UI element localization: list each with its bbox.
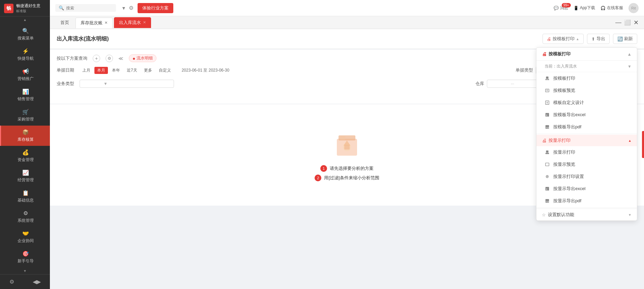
sidebar-logo-text: 畅捷通好生意 标准版 [16, 3, 40, 14]
app-download-button[interactable]: 📱 App下载 [574, 5, 595, 11]
headphone-icon: 🎧 [601, 6, 606, 10]
dropdown-item-label: 按显示预览 [553, 161, 575, 167]
dropdown-item-display-export-excel[interactable]: E 按显示导出excel [536, 183, 637, 195]
tab-minimize-button[interactable]: — [615, 19, 621, 26]
biz-type-dropdown-icon: ▼ [104, 81, 108, 86]
date-btn-this-year[interactable]: 本年 [109, 67, 123, 74]
sidebar-item-marketing[interactable]: 📢 营销推广 [0, 65, 50, 85]
empty-step-1: 1 请先选择要分析的方案 [320, 165, 374, 172]
content-area: 出入库流水(流水明细) 🖨 按模板打印 ▲ ⬆ 导出 🔄 刷新 [50, 29, 644, 289]
message-icon: 💬 [554, 6, 559, 10]
dropdown-item-template-export-pdf[interactable]: PDF 按模板导出pdf [536, 121, 637, 133]
tab-close-all-button[interactable]: ✕ [634, 19, 639, 26]
dropdown-footer[interactable]: ☆ 设置默认功能 ▼ [536, 209, 637, 220]
sidebar-item-label: 基础信息 [18, 198, 34, 203]
dropdown-item-template-customize[interactable]: 模板自定义设计 [536, 97, 637, 109]
topbar-right: 💬 消息 99+ 📱 App下载 🎧 在线客服 Rit [554, 3, 639, 13]
sidebar-item-inventory[interactable]: 📦 库存核算 [0, 126, 50, 146]
refresh-button[interactable]: 🔄 刷新 [613, 34, 637, 44]
sidebar-item-purchase[interactable]: 🛒 采购管理 [0, 105, 50, 126]
avatar[interactable]: Rit [628, 3, 639, 13]
dropdown-item-template-export-excel[interactable]: E 按模板导出excel [536, 109, 637, 121]
empty-step-2: 2 用[过滤]条件来缩小分析范围 [315, 175, 379, 181]
gear-icon[interactable]: ⚙ [129, 5, 134, 11]
biz-type-select[interactable]: ▼ [80, 80, 174, 88]
page-header: 出入库流水(流水明细) 🖨 按模板打印 ▲ ⬆ 导出 🔄 刷新 [50, 29, 644, 49]
dropdown-sub-section-text: 按显示打印 [549, 137, 570, 143]
tab-close-icon[interactable]: ✕ [143, 20, 146, 25]
print-button[interactable]: 🖨 按模板打印 ▲ [543, 34, 584, 44]
sidebar-item-sales[interactable]: 📊 销售管理 [0, 85, 50, 105]
sidebar-item-system[interactable]: ⚙ 系统管理 [0, 207, 50, 227]
settings-icon[interactable]: ⚙ [9, 279, 14, 285]
print-icon-item [545, 76, 550, 81]
dropdown-sub-header[interactable]: 🖨 按显示打印 ▲ [536, 135, 637, 146]
svg-rect-1 [546, 77, 549, 79]
sidebar-item-finance[interactable]: 💰 资金管理 [0, 146, 50, 166]
filter-add-button[interactable]: + [93, 55, 100, 62]
sidebar-item-guide[interactable]: 🎯 新手引导 [0, 247, 50, 267]
dropdown-item-display-export-pdf[interactable]: PDF 按显示导出pdf [536, 195, 637, 207]
chevron-down-icon[interactable]: ▼ [627, 64, 632, 69]
sidebar-item-base-info[interactable]: 📋 基础信息 [0, 186, 50, 207]
topbar-search-box[interactable]: 🔍 [55, 4, 116, 12]
sidebar-scroll-up[interactable]: ▲ [0, 17, 50, 23]
message-button[interactable]: 💬 消息 99+ [554, 5, 568, 11]
excel-display-icon: E [545, 186, 550, 191]
search-icon: 🔍 [22, 28, 29, 34]
dropdown-item-display-preview[interactable]: 按显示预览 [536, 158, 637, 170]
step-2-text: 用[过滤]条件来缩小分析范围 [324, 175, 379, 181]
step-2-number: 2 [315, 175, 321, 181]
tabbar-right: — ⬜ ✕ [615, 19, 639, 26]
export-button[interactable]: ⬆ 导出 [587, 34, 610, 44]
print-icon-sm: 🖨 [542, 51, 547, 57]
filter-flow-detail-tag[interactable]: ● 流水明细 [129, 54, 156, 62]
customer-service-button[interactable]: 🎧 在线客服 [601, 5, 623, 11]
svg-rect-2 [546, 80, 549, 80]
tab-batch-account[interactable]: 库存批次账 ✕ [76, 18, 113, 28]
industry-solution-button[interactable]: 体验行业方案 [138, 3, 173, 13]
sidebar-scroll-down[interactable]: ▼ [0, 268, 50, 274]
svg-text:PDF: PDF [546, 126, 550, 129]
dropdown-item-label: 按显示打印设置 [553, 174, 584, 180]
tab-label: 库存批次账 [81, 20, 103, 26]
excel-icon-item: E [545, 112, 550, 117]
sidebar-item-cooperation[interactable]: 🤝 企业协同 [0, 227, 50, 247]
dropdown-close-icon[interactable]: ▲ [627, 52, 632, 57]
date-btn-custom[interactable]: 自定义 [156, 67, 174, 74]
date-btn-last-7days[interactable]: 近7天 [124, 67, 140, 74]
collapse-sidebar-icon[interactable]: ◀▶ [33, 279, 41, 285]
dropdown-item-template-print[interactable]: 按模板打印 [536, 72, 637, 84]
tab-in-out-flow[interactable]: 出入库流水 ✕ [114, 17, 151, 28]
date-btn-more[interactable]: 更多 [141, 67, 155, 74]
filter-collapse-icon[interactable]: ≪ [118, 56, 123, 61]
dropdown-item-display-print[interactable]: 按显示打印 [536, 146, 637, 158]
dropdown-item-template-preview[interactable]: 按模板预览 [536, 84, 637, 97]
search-input[interactable] [66, 6, 107, 10]
base-info-icon: 📋 [22, 190, 29, 196]
phone-icon: 📱 [574, 6, 579, 10]
warehouse-more-icon[interactable]: ··· [511, 81, 514, 86]
svg-rect-26 [344, 145, 350, 150]
purchase-icon: 🛒 [22, 109, 29, 115]
tab-close-icon[interactable]: ✕ [105, 21, 108, 25]
date-btn-this-month[interactable]: 本月 [94, 67, 108, 74]
tab-maximize-button[interactable]: ⬜ [624, 19, 631, 26]
quick-nav-icon: ⚡ [22, 48, 29, 54]
sidebar-item-label: 营销推广 [18, 76, 34, 82]
date-btn-last-month[interactable]: 上月 [80, 67, 93, 74]
sidebar-item-quick-nav[interactable]: ⚡ 快捷导航 [0, 45, 50, 65]
dropdown-item-display-settings[interactable]: 按显示打印设置 [536, 170, 637, 183]
sidebar-item-operation[interactable]: 📈 经营管理 [0, 166, 50, 186]
sidebar-item-label: 企业协同 [18, 238, 34, 244]
dropdown-footer-text: 设置默认功能 [548, 212, 574, 218]
sidebar-item-search[interactable]: 🔍 搜索菜单 [0, 24, 50, 45]
pdf-display-icon: PDF [545, 198, 550, 204]
dropdown-arrow-icon[interactable]: ▼ [121, 5, 126, 11]
sidebar-item-label: 快捷导航 [18, 56, 34, 61]
system-icon: ⚙ [23, 210, 28, 216]
filter-settings-button[interactable]: ⚙ [106, 55, 113, 62]
dropdown-current-text: 当前：出入库流水 [545, 63, 577, 69]
preview-icon-item [545, 88, 550, 93]
tab-home[interactable]: 首页 [55, 17, 74, 28]
